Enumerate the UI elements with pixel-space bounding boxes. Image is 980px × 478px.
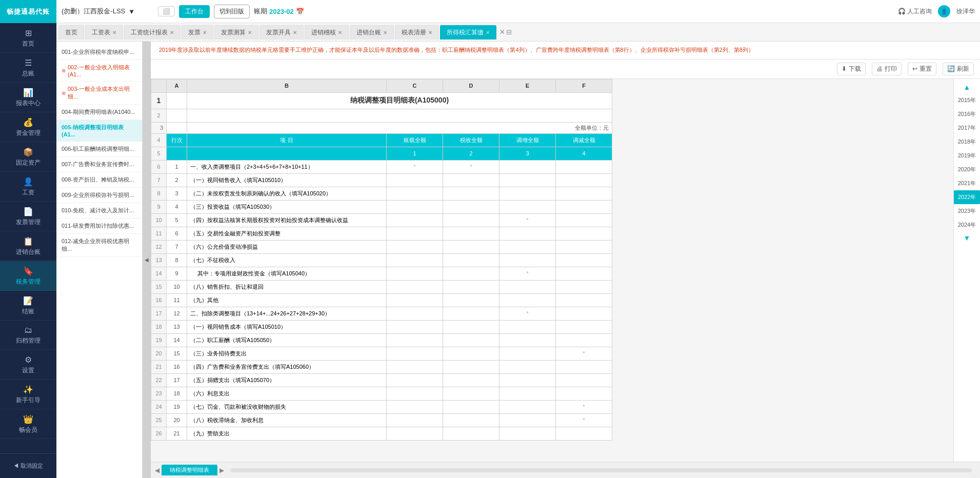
header-c2-label: 税收全额 [443,133,499,147]
unpin-button[interactable]: ◀ 取消固定 [0,458,56,474]
col-num-2: 2 [443,147,499,160]
workbench-button[interactable]: 工作台 [179,5,210,18]
header-c3-label: 调增全额 [499,133,556,147]
tab-invoice-issue-close[interactable]: ✕ [293,30,297,35]
tab-purchase-ledger[interactable]: 进销台账 ✕ [350,25,394,39]
topbar-right: 🎧 人工咨询 👤 徐泽华 [898,5,975,17]
spreadsheet-wrapper: A B C D E F 1 [151,79,980,462]
tab-payroll-report-close[interactable]: ✕ [170,30,174,35]
spreadsheet-scroll[interactable]: A B C D E F 1 [151,79,953,462]
year-2023[interactable]: 2023年 [954,204,980,218]
company-dropdown-icon[interactable]: ▼ [128,8,135,15]
close-all-button[interactable]: ✕ [499,28,505,36]
left-item-012[interactable]: 012-减免企业所得税优惠明细... [56,234,142,257]
sheet-tab-tax-adjust[interactable]: 纳税调整明细表 [162,465,217,475]
left-item-002[interactable]: ⊗ 002-一般企业收入明细表(A1... [56,60,142,82]
topbar: (勿删）江西股金-LSS ▼ ⬜ 工作台 切到旧版 账期 2023-02 📅 🎧… [56,0,980,23]
sidebar-item-member[interactable]: 👑 畅会员 [0,409,56,439]
sidebar-item-home[interactable]: ⊞ 首页 [0,23,56,53]
sidebar-item-reports[interactable]: 📊 报表中心 [0,83,56,112]
year-down-button[interactable]: ▼ [962,232,973,244]
left-item-011[interactable]: 011-研发费用加计扣除优惠... [56,218,142,234]
print-button[interactable]: 🖨 打印 [872,63,902,75]
tab-purchase-ledger-close[interactable]: ✕ [383,30,387,35]
year-2020[interactable]: 2020年 [954,163,980,176]
content-area: 001-企业所得税年度纳税申... ⊗ 002-一般企业收入明细表(A1... … [56,42,980,478]
tab-payroll-report[interactable]: 工资统计报表 ✕ [124,25,181,39]
sheet-bottom-tabs: ◀ 纳税调整明细表 ▶ [151,462,980,478]
sidebar-item-payroll[interactable]: 👤 工资 [0,172,56,202]
sidebar-item-purchases[interactable]: 📋 进销台账 [0,231,56,261]
tab-invoice[interactable]: 发票 ✕ [182,25,213,39]
service-button[interactable]: 🎧 人工咨询 [898,7,932,16]
data-row-18: 18 13 （一）视同销售成本（填写A105010） [151,320,612,333]
year-2019[interactable]: 2019年 [954,149,980,163]
main-content: (勿删）江西股金-LSS ▼ ⬜ 工作台 切到旧版 账期 2023-02 📅 🎧… [56,0,980,478]
sidebar-item-general-ledger[interactable]: ☰ 总账 [0,53,56,83]
tab-invoice-issue[interactable]: 发票开具 ✕ [259,25,304,39]
tab-income-tax[interactable]: 所得税汇算缴 ✕ [440,25,496,39]
col-f: F [556,79,612,92]
collapse-panel-button[interactable]: ◀ [143,42,151,478]
tab-payroll-close[interactable]: ✕ [112,30,116,35]
left-item-005[interactable]: 005-纳税调整项目明细表(A1... [56,120,142,142]
left-item-009[interactable]: 009-企业所得税弥补亏损明... [56,188,142,203]
year-panel: ▲ 2015年 2016年 2017年 2018年 2019年 2020年 20… [953,79,980,462]
sidebar-item-invoice[interactable]: 📄 发票管理 [0,202,56,231]
left-item-010[interactable]: 010-免税、减计收入及加计... [56,203,142,218]
year-2024[interactable]: 2024年 [954,218,980,232]
refresh-button[interactable]: 🔄 刷新 [943,63,974,75]
sidebar-item-finance[interactable]: 💰 资金管理 [0,112,56,142]
left-item-008[interactable]: 008-资产折旧、摊销及纳税... [56,172,142,188]
year-2018[interactable]: 2018年 [954,135,980,149]
switch-old-button[interactable]: 切到旧版 [214,5,250,18]
year-2022[interactable]: 2022年 [954,190,980,204]
scroll-right-icon[interactable]: ▶ [219,467,224,474]
left-item-006[interactable]: 006-职工薪酬纳税调整明细... [56,142,142,157]
scroll-bar-area[interactable] [230,468,972,472]
download-button[interactable]: ⬇ 下载 [837,63,866,75]
year-2016[interactable]: 2016年 [954,107,980,121]
sidebar-item-archive[interactable]: 🗂 归档管理 [0,321,56,350]
left-item-004[interactable]: 004-期间费用明细表(A1040... [56,105,142,120]
tab-invoice-calc-close[interactable]: ✕ [248,30,252,35]
header-c1-label: 账载全额 [387,133,443,147]
sidebar-item-settle[interactable]: 📝 结账 [0,291,56,321]
left-item-001[interactable]: 001-企业所得税年度纳税申... [56,45,142,60]
reset-button[interactable]: ↩ 重置 [908,63,936,75]
notice-bar: 2019年度涉及取以前年度继续数据的纳税单元格需要手工维护正确，才能保证本年及以… [151,42,980,59]
sidebar-item-assets[interactable]: 📦 固定资产 [0,142,56,172]
tab-tax-register[interactable]: 税表清册 ✕ [395,25,439,39]
tab-payroll[interactable]: 工资表 ✕ [85,25,123,39]
guide-icon: ✨ [23,385,33,394]
sidebar-item-tax[interactable]: 🔖 税务管理 [0,261,56,291]
tab-invoice-close[interactable]: ✕ [203,30,207,35]
tab-home[interactable]: 首页 [58,25,84,39]
title-row-1: 1 纳税调整项目明细表(A105000) [151,92,612,109]
left-item-003[interactable]: ⊗ 003-一般企业成本支出明细... [56,82,142,105]
tab-purchase-audit[interactable]: 进销稽核 ✕ [305,25,349,39]
tab-tax-register-close[interactable]: ✕ [428,30,432,35]
year-2021[interactable]: 2021年 [954,176,980,190]
tab-invoice-calc[interactable]: 发票测算 ✕ [214,25,258,39]
left-item-007[interactable]: 007-广告费和业务宣传费时... [56,157,142,172]
tab-purchase-audit-close[interactable]: ✕ [338,30,342,35]
col-num-1: 1 [387,147,443,160]
sidebar-item-settings[interactable]: ⚙ 设置 [0,350,56,380]
header-row-4: 4 行次 项 目 账载全额 税收全额 调增全额 调减全额 [151,133,612,147]
copy-icon-button[interactable]: ⬜ [158,6,175,16]
data-row-19: 19 14 （二）职工薪酬（填写A105050） [151,333,612,347]
minimize-icon[interactable]: ⊟ [506,28,512,36]
data-row-15: 15 10 （八）销售折扣、折让和退回 [151,280,612,293]
tax-icon: 🔖 [23,266,33,276]
tab-income-tax-close[interactable]: ✕ [486,30,490,35]
rn-5: 5 [151,147,167,160]
sidebar-item-guide[interactable]: ✨ 新手引导 [0,380,56,409]
company-selector[interactable]: (勿删）江西股金-LSS ▼ [62,7,154,16]
data-row-6: 6 1 一、收入类调整项目（2+3+4+5+6+7+8+10+11） * * [151,160,612,173]
scroll-left-icon[interactable]: ◀ [155,467,159,474]
calendar-icon[interactable]: 📅 [296,8,304,15]
year-2015[interactable]: 2015年 [954,93,980,107]
year-up-button[interactable]: ▲ [962,81,973,93]
year-2017[interactable]: 2017年 [954,121,980,135]
